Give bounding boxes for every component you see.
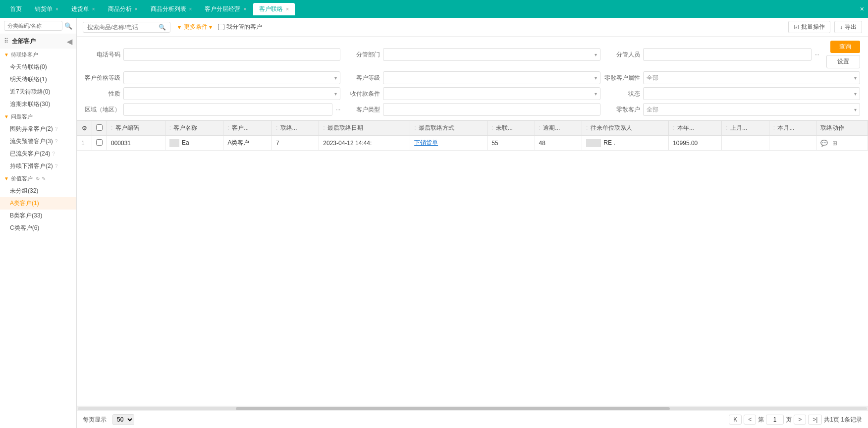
next-page-button[interactable]: > (794, 415, 806, 425)
sidebar-item-class-c[interactable]: C类客户(6) (0, 222, 76, 234)
nav-tab-close-5[interactable]: × (286, 6, 289, 12)
row-checkbox[interactable] (96, 139, 103, 146)
sidebar-item-overdue[interactable]: 逾期未联络(30) (0, 98, 76, 110)
nav-tab-close-1[interactable]: × (92, 6, 95, 12)
page-size-label: 每页显示 (83, 416, 107, 424)
filter-status-label: 状态 (604, 90, 640, 98)
page-size-select[interactable]: 50 (112, 414, 134, 425)
scrollbar-track (78, 407, 867, 410)
filter-retail-attr-select[interactable]: 全部 ▾ (643, 71, 860, 84)
query-button[interactable]: 查询 (830, 41, 860, 53)
filter-retail-customer-select[interactable]: 全部 ▾ (643, 103, 860, 116)
page-label: 第 (758, 416, 764, 424)
help-icon-2: ? (55, 139, 58, 144)
col-select-all[interactable] (92, 121, 107, 136)
filter-search-input[interactable] (87, 24, 157, 31)
nav-tab-5[interactable]: 客户联络 × (253, 3, 295, 15)
setting-button[interactable]: 设置 (826, 55, 860, 68)
horizontal-scrollbar[interactable] (77, 406, 868, 411)
sidebar-collapse-button[interactable]: ◀ (67, 38, 72, 46)
filter-phone-input[interactable] (123, 48, 340, 61)
filter-nature-field: 性质 ▾ (85, 87, 340, 100)
edit-icon[interactable]: ✎ (42, 176, 46, 181)
sidebar-search-area: 🔍 (0, 18, 76, 34)
export-button[interactable]: ↓ 导出 (834, 21, 862, 33)
nav-tab-4[interactable]: 客户分层经营 × (199, 3, 252, 15)
select-all-checkbox[interactable] (96, 124, 103, 131)
col-contact-action: 联络动作 (816, 121, 868, 136)
sidebar-search-icon[interactable]: 🔍 (64, 22, 72, 30)
first-page-button[interactable]: K (729, 415, 742, 425)
col-last-month: : 上月... (722, 121, 769, 136)
chat-icon[interactable]: 💬 (820, 140, 828, 147)
sidebar-group-pending-title[interactable]: ▼ 待联络客户 (0, 49, 76, 61)
batch-operation-button[interactable]: ☑ 批量操作 (788, 21, 830, 33)
filter-customer-level-select[interactable]: ▾ (383, 71, 600, 84)
contact-method-link[interactable]: 下销货单 (414, 139, 438, 146)
sidebar-item-class-a[interactable]: A类客户(1) (0, 197, 76, 210)
close-all-button[interactable]: × (860, 5, 864, 13)
filter-customer-type-input[interactable] (383, 103, 600, 116)
sidebar-item-unclassified[interactable]: 未分组(32) (0, 185, 76, 197)
sidebar-item-hoard-abnormal[interactable]: 囤购异常客户(2) ? (0, 123, 76, 135)
sidebar-item-class-b[interactable]: B类客户(33) (0, 210, 76, 222)
nav-tab-2[interactable]: 商品分析 × (102, 3, 144, 15)
table-row: 1 000031 Ea A类客户 7 2023-04-1 (77, 136, 868, 151)
more-arrow-icon: ▾ (209, 24, 212, 31)
nav-tab-close-2[interactable]: × (135, 6, 138, 12)
sidebar-item-declining[interactable]: 持续下滑客户(2) ? (0, 160, 76, 172)
payment-dropdown-icon: ▾ (595, 91, 597, 97)
filter-search-icon[interactable]: 🔍 (159, 24, 166, 31)
sidebar-search-input[interactable] (4, 21, 62, 31)
prev-page-button[interactable]: < (744, 415, 756, 425)
nav-tab-1[interactable]: 进货单 × (65, 3, 101, 15)
refresh-icon[interactable]: ↻ (36, 176, 40, 181)
filter-payment-select[interactable]: ▾ (383, 87, 600, 100)
company-contact-cell: RE . (582, 136, 668, 151)
nav-tab-3[interactable]: 商品分析列表 × (145, 3, 198, 15)
col-gear[interactable]: ⚙ (77, 121, 92, 136)
last-contact-date-cell: 2023-04-12 14:44: (319, 136, 410, 151)
filter-more-button[interactable]: ▼ 更多条件 ▾ (176, 23, 212, 31)
gear-icon[interactable]: ⚙ (82, 125, 87, 132)
filter-dept-field: 分管部门 ▾ (344, 48, 600, 61)
sidebar-group-value: ▼ 价值客户 ↻ ✎ 未分组(32) A类客户(1) B类客户(33) C类客户… (0, 172, 76, 234)
sidebar-item-churn-warning[interactable]: 流失预警客户(3) ? (0, 135, 76, 148)
customer-name-cell: Ea (165, 136, 223, 151)
filter-status-field: 状态 ▾ (604, 87, 860, 100)
filter-price-level-select[interactable]: ▾ (123, 71, 340, 84)
status-dropdown-icon: ▾ (854, 91, 857, 97)
sidebar-item-tomorrow[interactable]: 明天待联络(1) (0, 73, 76, 86)
customer-avatar (169, 139, 179, 147)
nav-tab-label-3: 商品分析列表 (151, 5, 186, 13)
scrollbar-thumb[interactable] (236, 407, 670, 410)
nav-tab-close-3[interactable]: × (189, 6, 192, 12)
my-customers-checkbox[interactable] (218, 24, 224, 30)
filter-manager-input[interactable] (643, 48, 812, 61)
region-ellipsis-button[interactable]: ··· (335, 106, 340, 113)
sidebar-group-value-title[interactable]: ▼ 价值客户 ↻ ✎ (0, 172, 76, 185)
sidebar-item-today[interactable]: 今天待联络(0) (0, 61, 76, 73)
col-overdue: : 逾期... (535, 121, 582, 136)
filter-price-level-label: 客户价格等级 (85, 74, 120, 82)
sidebar-item-churned[interactable]: 已流失客户(24) ? (0, 148, 76, 160)
nav-tab-close-0[interactable]: × (55, 6, 58, 12)
filter-customer-type-label: 客户类型 (344, 106, 380, 114)
filter-dept-select[interactable]: ▾ (383, 48, 600, 61)
last-page-button[interactable]: >| (808, 415, 822, 425)
nav-tab-close-4[interactable]: × (243, 6, 246, 12)
filter-status-select[interactable]: ▾ (643, 87, 860, 100)
row-checkbox-cell (92, 136, 107, 151)
sidebar-all-customers[interactable]: ⠿ 全部客户 ◀ (0, 34, 76, 49)
sidebar-item-7days[interactable]: 近7天待联络(0) (0, 86, 76, 98)
nav-tab-0[interactable]: 销货单 × (29, 3, 64, 15)
qr-icon[interactable]: ⊞ (832, 140, 837, 147)
filter-region-input[interactable] (123, 103, 332, 116)
filter-nature-select[interactable]: ▾ (123, 87, 340, 100)
filter-manager-label: 分管人员 (604, 51, 640, 59)
page-input[interactable] (766, 415, 784, 425)
manager-ellipsis-button[interactable]: ··· (814, 51, 819, 58)
sidebar-group-problem-title[interactable]: ▼ 问题客户 (0, 110, 76, 123)
this-month-cell (769, 136, 816, 151)
nav-home[interactable]: 首页 (4, 3, 28, 15)
